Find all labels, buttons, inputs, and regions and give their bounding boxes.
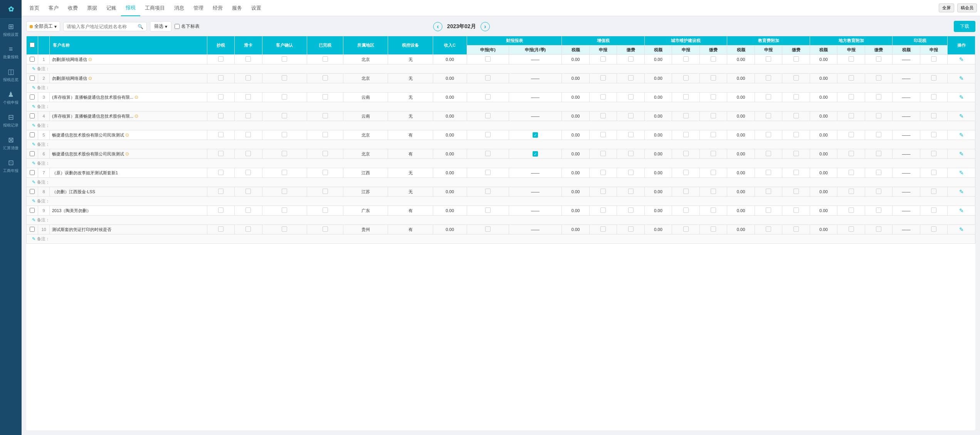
row-edu-pay[interactable] <box>782 149 810 159</box>
row-vat-pay[interactable] <box>617 74 645 83</box>
note-edit-icon[interactable]: ✎ <box>32 218 35 223</box>
row-local-declare[interactable] <box>837 206 865 216</box>
row-vat-declare[interactable] <box>589 168 617 178</box>
nav-jingying[interactable]: 经营 <box>208 0 227 16</box>
row-fin-month[interactable]: —— <box>509 55 562 64</box>
row-paid[interactable] <box>307 149 343 159</box>
row-select[interactable] <box>27 168 38 178</box>
row-checkbox[interactable] <box>30 208 35 213</box>
note-edit-icon[interactable]: ✎ <box>32 236 35 241</box>
row-checkbox[interactable] <box>30 94 35 99</box>
row-huaka[interactable] <box>235 55 262 64</box>
note-edit-icon[interactable]: ✎ <box>32 85 35 90</box>
row-local-declare[interactable] <box>837 55 865 64</box>
nav-jizhang[interactable]: 记账 <box>102 0 121 16</box>
sidebar-item-nianabao[interactable]: ⊡ 工商年报 <box>0 155 22 177</box>
row-action[interactable]: ✎ <box>948 225 975 234</box>
row-huaka[interactable] <box>235 168 262 178</box>
employee-filter-select[interactable]: 全部员工 ▾ <box>26 21 60 32</box>
row-vat-declare[interactable] <box>589 206 617 216</box>
row-huaka[interactable] <box>235 74 262 83</box>
row-stamp-declare[interactable] <box>920 187 948 197</box>
row-edu-declare[interactable] <box>755 225 782 234</box>
row-chaoshu[interactable] <box>207 111 235 121</box>
row-city-declare[interactable] <box>672 111 700 121</box>
row-action[interactable]: ✎ <box>948 149 975 159</box>
row-city-declare[interactable] <box>672 206 700 216</box>
row-huaka[interactable] <box>235 149 262 159</box>
row-local-pay[interactable] <box>865 130 893 140</box>
row-edu-pay[interactable] <box>782 111 810 121</box>
row-local-pay[interactable] <box>865 187 893 197</box>
row-city-declare[interactable] <box>672 168 700 178</box>
row-fin-year[interactable] <box>467 130 509 140</box>
row-action[interactable]: ✎ <box>948 206 975 216</box>
row-fin-month[interactable]: —— <box>509 168 562 178</box>
row-vat-declare[interactable] <box>589 225 617 234</box>
row-paid[interactable] <box>307 168 343 178</box>
row-local-declare[interactable] <box>837 130 865 140</box>
row-local-pay[interactable] <box>865 206 893 216</box>
sidebar-item-geshuishenabao[interactable]: ♟ 个税申报 <box>0 86 22 109</box>
row-edu-declare[interactable] <box>755 168 782 178</box>
row-select[interactable] <box>27 74 38 83</box>
row-action[interactable]: ✎ <box>948 130 975 140</box>
row-checkbox[interactable] <box>30 227 35 232</box>
row-vat-pay[interactable] <box>617 111 645 121</box>
row-fin-month[interactable]: ✓ <box>509 130 562 140</box>
row-city-declare[interactable] <box>672 93 700 102</box>
row-city-pay[interactable] <box>699 168 727 178</box>
row-chaoshu[interactable] <box>207 55 235 64</box>
row-fin-month[interactable]: —— <box>509 111 562 121</box>
nav-customer[interactable]: 客户 <box>44 0 63 16</box>
row-vat-declare[interactable] <box>589 130 617 140</box>
row-vat-declare[interactable] <box>589 149 617 159</box>
row-paid[interactable] <box>307 93 343 102</box>
row-checkbox[interactable] <box>30 170 35 175</box>
row-confirm[interactable] <box>262 55 307 64</box>
row-vat-declare[interactable] <box>589 55 617 64</box>
row-checkbox[interactable] <box>30 57 35 62</box>
nav-piaoju[interactable]: 票据 <box>82 0 102 16</box>
row-city-declare[interactable] <box>672 74 700 83</box>
edit-icon[interactable]: ✎ <box>959 132 964 138</box>
row-checkbox[interactable] <box>30 113 35 118</box>
row-vat-declare[interactable] <box>589 93 617 102</box>
row-vat-pay[interactable] <box>617 187 645 197</box>
row-local-declare[interactable] <box>837 168 865 178</box>
row-fin-month[interactable]: —— <box>509 93 562 102</box>
row-huaka[interactable] <box>235 206 262 216</box>
edit-icon[interactable]: ✎ <box>959 113 964 119</box>
row-stamp-declare[interactable] <box>920 93 948 102</box>
row-city-pay[interactable] <box>699 55 727 64</box>
fullscreen-button[interactable]: 全屏 <box>939 3 954 12</box>
note-edit-icon[interactable]: ✎ <box>32 123 35 128</box>
row-edu-pay[interactable] <box>782 74 810 83</box>
row-action[interactable]: ✎ <box>948 168 975 178</box>
row-chaoshu[interactable] <box>207 93 235 102</box>
row-fin-month[interactable]: —— <box>509 225 562 234</box>
row-checkbox[interactable] <box>30 189 35 194</box>
row-huaka[interactable] <box>235 130 262 140</box>
next-month-button[interactable]: › <box>481 22 490 31</box>
row-stamp-declare[interactable] <box>920 55 948 64</box>
row-vat-pay[interactable] <box>617 55 645 64</box>
row-fin-year[interactable] <box>467 168 509 178</box>
edit-icon[interactable]: ✎ <box>959 151 964 157</box>
filter-button[interactable]: 筛选 ▾ <box>150 21 171 32</box>
edit-icon[interactable]: ✎ <box>959 75 964 81</box>
row-stamp-declare[interactable] <box>920 168 948 178</box>
nav-shoufei[interactable]: 收费 <box>63 0 82 16</box>
row-fin-year[interactable] <box>467 74 509 83</box>
row-edu-pay[interactable] <box>782 168 810 178</box>
note-edit-icon[interactable]: ✎ <box>32 161 35 166</box>
row-chaoshu[interactable] <box>207 206 235 216</box>
row-local-declare[interactable] <box>837 93 865 102</box>
row-huaka[interactable] <box>235 187 262 197</box>
row-local-pay[interactable] <box>865 168 893 178</box>
edit-icon[interactable]: ✎ <box>959 170 964 176</box>
row-city-declare[interactable] <box>672 225 700 234</box>
search-input[interactable] <box>67 24 136 29</box>
sidebar-item-jilu[interactable]: ⊟ 报税记录 <box>0 109 22 132</box>
row-fin-month[interactable]: —— <box>509 187 562 197</box>
